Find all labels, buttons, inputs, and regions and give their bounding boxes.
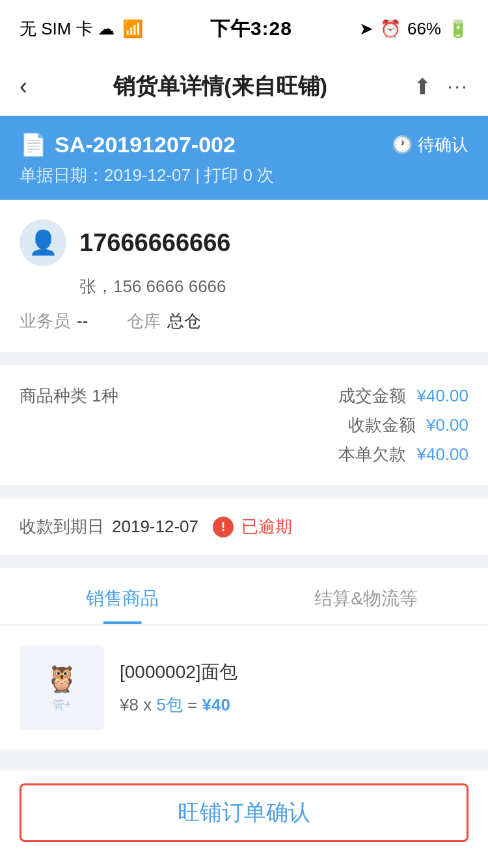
due-date-section: 收款到期日 2019-12-07 ! 已逾期 bbox=[0, 498, 488, 555]
alarm-icon: ⏰ bbox=[380, 19, 401, 39]
received-amount-item: 收款金额 ¥0.00 bbox=[348, 414, 468, 437]
due-date-label: 收款到期日 bbox=[20, 515, 104, 538]
order-header-card: 📄 SA-20191207-002 🕐 待确认 单据日期：2019-12-07 … bbox=[0, 116, 488, 200]
summary-left: 商品种类 1种 bbox=[20, 385, 118, 407]
avatar-icon: 👤 bbox=[29, 229, 58, 256]
product-name: [0000002]面包 bbox=[120, 660, 468, 685]
product-price-row: ¥8 x 5包 = ¥40 bbox=[120, 694, 468, 716]
order-status: 🕐 待确认 bbox=[392, 133, 468, 156]
salesperson-item: 业务员 -- bbox=[20, 310, 88, 332]
customer-phone: 17666666666 bbox=[79, 229, 230, 257]
deal-amount-value: ¥40.00 bbox=[416, 386, 468, 406]
product-qty: 5包 bbox=[156, 695, 182, 714]
customer-avatar: 👤 bbox=[20, 219, 66, 266]
order-status-text: 待确认 bbox=[418, 133, 468, 156]
share-button[interactable]: ⬆ bbox=[413, 74, 431, 100]
clock-icon: 🕐 bbox=[392, 135, 413, 155]
page-title: 销货单详情(来自旺铺) bbox=[113, 72, 327, 102]
overdue-icon: ! bbox=[213, 517, 234, 537]
product-info: [0000002]面包 ¥8 x 5包 = ¥40 bbox=[120, 660, 468, 716]
order-date: 单据日期：2019-12-07 | 打印 0 次 bbox=[20, 164, 468, 187]
status-bar-time: 下午3:28 bbox=[210, 16, 292, 42]
confirm-order-button[interactable]: 旺铺订单确认 bbox=[20, 783, 468, 842]
customer-phone-row: 👤 17666666666 bbox=[20, 219, 468, 266]
product-thumbnail: 🦉 管+ bbox=[20, 645, 104, 730]
warehouse-value: 总仓 bbox=[167, 310, 201, 332]
summary-right: 成交金额 ¥40.00 收款金额 ¥0.00 本单欠款 ¥40.00 bbox=[338, 385, 468, 466]
battery-icon: 🔋 bbox=[448, 19, 468, 39]
overdue-text: 已逾期 bbox=[241, 515, 292, 538]
product-types-value: 1种 bbox=[92, 386, 118, 405]
warehouse-label: 仓库 bbox=[127, 310, 161, 332]
order-header-top: 📄 SA-20191207-002 🕐 待确认 bbox=[20, 131, 468, 157]
product-equals-symbol: = bbox=[187, 695, 202, 714]
bottom-action-bar: 旺铺订单确认 bbox=[0, 770, 488, 868]
customer-section: 👤 17666666666 张，156 6666 6666 业务员 -- 仓库 … bbox=[0, 200, 488, 352]
no-sim-text: 无 SIM 卡 ☁ bbox=[20, 18, 115, 40]
product-unit-price: ¥8 bbox=[120, 695, 139, 714]
order-icon: 📄 bbox=[20, 131, 47, 157]
product-types-label: 商品种类 bbox=[20, 386, 87, 405]
deal-amount-item: 成交金额 ¥40.00 bbox=[338, 385, 468, 407]
wifi-icon: 📶 bbox=[122, 19, 143, 39]
customer-name-info: 张，156 6666 6666 bbox=[20, 275, 468, 298]
location-icon: ➤ bbox=[359, 19, 373, 39]
nav-right-buttons: ⬆ ··· bbox=[413, 74, 468, 100]
owed-amount-item: 本单欠款 ¥40.00 bbox=[338, 443, 468, 466]
tab-sales-products[interactable]: 销售商品 bbox=[0, 568, 244, 624]
product-total-price: ¥40 bbox=[202, 695, 230, 714]
back-button[interactable]: ‹ bbox=[20, 73, 27, 100]
summary-section: 商品种类 1种 成交金额 ¥40.00 收款金额 ¥0.00 本单欠款 ¥40.… bbox=[0, 365, 488, 485]
product-types-row: 商品种类 1种 bbox=[20, 385, 118, 407]
tab-settlement-logistics[interactable]: 结算&物流等 bbox=[244, 568, 488, 624]
nav-bar: ‹ 销货单详情(来自旺铺) ⬆ ··· bbox=[0, 57, 488, 116]
product-item: 🦉 管+ [0000002]面包 ¥8 x 5包 = ¥40 bbox=[0, 626, 488, 750]
more-button[interactable]: ··· bbox=[447, 74, 468, 98]
customer-meta: 业务员 -- 仓库 总仓 bbox=[20, 310, 468, 332]
deal-amount-label: 成交金额 bbox=[338, 385, 406, 407]
product-logo-icon: 🦉 bbox=[46, 664, 78, 694]
battery-text: 66% bbox=[407, 19, 441, 39]
received-amount-value: ¥0.00 bbox=[426, 415, 468, 435]
tabs-section: 销售商品 结算&物流等 bbox=[0, 568, 488, 625]
owed-amount-label: 本单欠款 bbox=[338, 443, 406, 466]
warehouse-item: 仓库 总仓 bbox=[127, 310, 201, 332]
salesperson-value: -- bbox=[77, 311, 88, 331]
received-amount-label: 收款金额 bbox=[348, 414, 416, 437]
product-logo-text: 管+ bbox=[53, 697, 72, 712]
status-bar: 无 SIM 卡 ☁ 📶 下午3:28 ➤ ⏰ 66% 🔋 bbox=[0, 0, 488, 57]
order-id-text: SA-20191207-002 bbox=[55, 132, 236, 157]
status-bar-right: ➤ ⏰ 66% 🔋 bbox=[359, 19, 468, 39]
order-id: 📄 SA-20191207-002 bbox=[20, 131, 236, 157]
products-section: 🦉 管+ [0000002]面包 ¥8 x 5包 = ¥40 bbox=[0, 626, 488, 750]
owed-amount-value: ¥40.00 bbox=[416, 444, 468, 465]
status-bar-left: 无 SIM 卡 ☁ 📶 bbox=[20, 18, 143, 40]
due-date-value: 2019-12-07 bbox=[112, 517, 198, 537]
product-multiply-symbol: x bbox=[143, 695, 156, 714]
salesperson-label: 业务员 bbox=[20, 310, 70, 332]
